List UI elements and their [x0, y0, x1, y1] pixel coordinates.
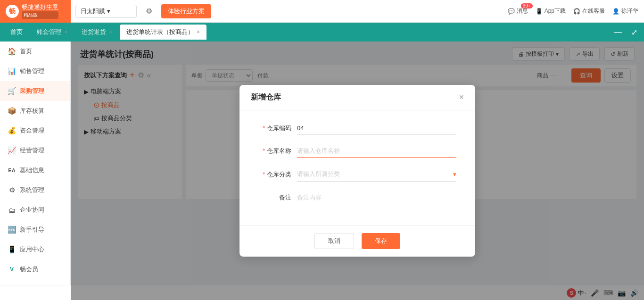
- apps-icon: 📱: [8, 245, 16, 254]
- form-row-code: 仓库编码: [258, 122, 456, 135]
- content-area: 进货单统计(按商品) 🖨 按模板打印 ▾ ↗ 导出 ↺ 刷新: [71, 42, 644, 300]
- settings-icon-btn[interactable]: ⚙: [141, 4, 157, 19]
- sidebar-item-basic-info[interactable]: EA 基础信息: [0, 160, 70, 180]
- code-input[interactable]: [297, 122, 456, 135]
- main-layout: 🏠 首页 📊 销售管理 🛒 采购管理 📦 库存核算 💰 资金管理 📈 经营管理 …: [0, 42, 644, 300]
- category-select[interactable]: 请输入所属分类 ▾: [297, 167, 456, 182]
- note-label: 备注: [258, 193, 291, 202]
- sidebar-label-purchase: 采购管理: [20, 87, 44, 95]
- sidebar-label-member: 畅会员: [20, 265, 38, 274]
- avatar-icon: 👤: [612, 8, 619, 15]
- try-industry-button[interactable]: 体验行业方案: [161, 4, 211, 18]
- phone-icon: 📱: [536, 8, 543, 15]
- purchase-return-tab-label: 进货退货: [82, 28, 106, 36]
- sidebar-item-finance[interactable]: 💰 资金管理: [0, 121, 70, 141]
- modal-footer: 取消 保存: [239, 225, 475, 257]
- form-row-name: 仓库名称: [258, 144, 456, 158]
- sidebar-item-operations[interactable]: 📈 经营管理: [0, 141, 70, 160]
- sidebar-item-system[interactable]: ⚙ 系统管理: [0, 180, 70, 200]
- modal-title: 新增仓库: [251, 92, 281, 102]
- top-right-actions: 💬 消息 99+ 📱 App下载 🎧 在线客服 👤 徐泽华: [508, 7, 638, 15]
- form-row-note: 备注: [258, 191, 456, 204]
- tab-account[interactable]: 账套管理 ×: [30, 25, 74, 40]
- top-bar: 畅 畅捷通好生意 精品版 日太阳膜 ▾ ⚙ 体验行业方案 💬 消息 99+ 📱 …: [0, 0, 644, 23]
- sidebar-item-home[interactable]: 🏠 首页: [0, 42, 70, 61]
- app-download-label: App下载: [545, 7, 566, 15]
- sidebar-item-sales[interactable]: 📊 销售管理: [0, 61, 70, 81]
- logo-badge: 精品版: [22, 11, 58, 19]
- sidebar-item-apps[interactable]: 📱 应用中心: [0, 240, 70, 259]
- modal-body: 仓库编码 仓库名称 仓库分类 请输入所属分类 ▾: [239, 110, 475, 225]
- notification-item[interactable]: 💬 消息 99+: [508, 7, 528, 15]
- headset-icon: 🎧: [573, 8, 580, 15]
- store-selector[interactable]: 日太阳膜 ▾: [75, 5, 137, 18]
- sidebar-label-inventory: 库存核算: [20, 107, 44, 115]
- sidebar-label-system: 系统管理: [20, 186, 44, 194]
- sidebar-label-home: 首页: [20, 47, 32, 56]
- new-warehouse-modal: 新增仓库 × 仓库编码 仓库名称 仓库: [239, 85, 475, 257]
- name-input[interactable]: [297, 144, 456, 158]
- purchase-icon: 🛒: [8, 87, 16, 95]
- account-tab-label: 账套管理: [37, 28, 61, 36]
- tab-purchase-return[interactable]: 进货退货 ×: [75, 25, 119, 40]
- user-item[interactable]: 👤 徐泽华: [612, 7, 638, 15]
- enterprise-icon: 🗂: [8, 206, 16, 214]
- sidebar-label-enterprise: 企业协同: [20, 206, 44, 214]
- basic-info-icon: EA: [8, 166, 16, 175]
- save-button[interactable]: 保存: [362, 233, 400, 249]
- inventory-icon: 📦: [8, 107, 16, 115]
- modal-overlay: 新增仓库 × 仓库编码 仓库名称 仓库: [71, 42, 644, 300]
- system-icon: ⚙: [8, 186, 16, 194]
- user-name: 徐泽华: [621, 7, 638, 15]
- tab-expand-btn[interactable]: ⤢: [628, 27, 640, 38]
- sidebar-item-purchase[interactable]: 🛒 采购管理: [0, 81, 70, 101]
- tab-close-purchase-stats[interactable]: ×: [197, 29, 200, 35]
- sidebar-label-operations: 经营管理: [20, 146, 44, 155]
- logo-text: 畅捷通好生意: [22, 3, 58, 11]
- home-icon: 🏠: [8, 47, 16, 56]
- operations-icon: 📈: [8, 146, 16, 155]
- sidebar-label-apps: 应用中心: [20, 245, 44, 254]
- guide-icon: 🆕: [8, 225, 16, 234]
- logo-icon: 畅: [6, 5, 19, 18]
- sidebar-label-basic-info: 基础信息: [20, 166, 44, 175]
- nav-tab-controls: — ⤢: [611, 27, 640, 38]
- online-service-label: 在线客服: [582, 7, 605, 15]
- logo-area: 畅 畅捷通好生意 精品版: [0, 0, 71, 23]
- note-input[interactable]: [297, 191, 456, 204]
- sidebar-item-inventory[interactable]: 📦 库存核算: [0, 101, 70, 121]
- member-icon: V: [8, 265, 16, 274]
- sidebar-label-finance: 资金管理: [20, 126, 44, 135]
- sidebar-label-sales: 销售管理: [20, 67, 44, 75]
- online-service-item[interactable]: 🎧 在线客服: [573, 7, 605, 15]
- finance-icon: 💰: [8, 126, 16, 135]
- tab-close-purchase-return[interactable]: ×: [109, 29, 112, 35]
- code-label: 仓库编码: [258, 124, 291, 133]
- store-name: 日太阳膜: [81, 7, 105, 16]
- nav-tabs: 首页 账套管理 × 进货退货 × 进货单统计表（按商品） × — ⤢: [0, 23, 644, 42]
- category-placeholder: 请输入所属分类: [297, 170, 340, 178]
- modal-header: 新增仓库 ×: [239, 85, 475, 110]
- sales-icon: 📊: [8, 67, 16, 75]
- tab-close-account[interactable]: ×: [64, 29, 67, 35]
- home-tab-label: 首页: [10, 28, 23, 36]
- sidebar-item-guide[interactable]: 🆕 新手引导: [0, 220, 70, 240]
- tab-minimize-btn[interactable]: —: [611, 27, 625, 38]
- tab-purchase-stats[interactable]: 进货单统计表（按商品） ×: [120, 25, 206, 40]
- name-label: 仓库名称: [258, 147, 291, 155]
- app-download-item[interactable]: 📱 App下载: [536, 7, 566, 15]
- modal-close-button[interactable]: ×: [459, 92, 464, 102]
- dropdown-arrow-icon: ▾: [107, 8, 132, 15]
- form-row-category: 仓库分类 请输入所属分类 ▾: [258, 167, 456, 182]
- cancel-button[interactable]: 取消: [314, 233, 354, 249]
- sidebar-label-guide: 新手引导: [20, 225, 44, 234]
- sidebar-item-enterprise[interactable]: 🗂 企业协同: [0, 200, 70, 220]
- notification-badge: 99+: [521, 3, 533, 8]
- category-label: 仓库分类: [258, 170, 291, 179]
- sidebar: 🏠 首页 📊 销售管理 🛒 采购管理 📦 库存核算 💰 资金管理 📈 经营管理 …: [0, 42, 71, 300]
- sidebar-item-member[interactable]: V 畅会员: [0, 259, 70, 279]
- message-icon: 💬: [508, 8, 515, 15]
- tab-home[interactable]: 首页: [4, 25, 29, 40]
- purchase-stats-tab-label: 进货单统计表（按商品）: [126, 28, 194, 36]
- category-arrow-icon: ▾: [453, 171, 456, 178]
